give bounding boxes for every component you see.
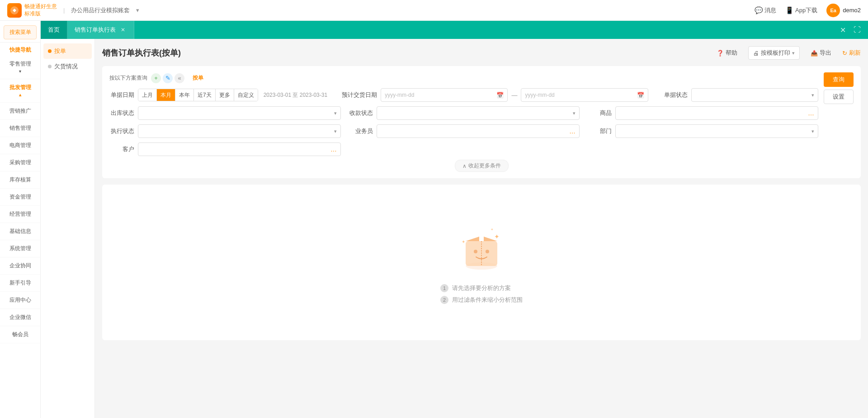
sidebar-item-inventory[interactable]: 库存核算 <box>0 171 40 189</box>
scheme-edit-button[interactable]: ✎ <box>163 73 173 83</box>
quick-date-custom[interactable]: 自定义 <box>234 89 258 101</box>
expected-date-start[interactable]: yyyy-mm-dd 📅 <box>381 88 508 102</box>
svg-point-5 <box>486 250 489 253</box>
print-icon: 🖨 <box>753 50 759 57</box>
sidebar-item-appcenter[interactable]: 应用中心 <box>0 292 40 309</box>
refresh-icon: ↻ <box>842 50 847 57</box>
app-download-action[interactable]: 📱 App下载 <box>785 6 817 14</box>
collapse-button[interactable]: ∧ 收起更多条件 <box>455 160 509 172</box>
scheme-label: 按以下方案查询 <box>109 74 147 82</box>
sidebar-item-wechat[interactable]: 企业微信 <box>0 309 40 326</box>
expected-date-end[interactable]: yyyy-mm-dd 📅 <box>521 88 648 102</box>
field-customer: 客户 … <box>109 142 341 156</box>
sidebar-item-system[interactable]: 系统管理 <box>0 240 40 257</box>
sidebar-item-enterprise[interactable]: 企业协同 <box>0 257 40 275</box>
sidebar-item-purchase[interactable]: 采购管理 <box>0 154 40 171</box>
message-label: 消息 <box>764 6 776 14</box>
scheme-collapse-button[interactable]: « <box>175 73 184 83</box>
filter-left: 按以下方案查询 + ✎ « 按单 <box>109 72 818 156</box>
refresh-button[interactable]: ↻ 刷新 <box>842 49 861 57</box>
exec-status-arrow: ▾ <box>334 128 337 134</box>
quick-date-buttons: 上月 本月 本年 近7天 更多 自定义 <box>138 89 258 101</box>
sidebar-item-member[interactable]: 畅会员 <box>0 326 40 343</box>
sidebar-item-marketing[interactable]: 营销推广 <box>0 103 40 120</box>
breadcrumb-separator: | <box>63 7 65 14</box>
status-dropdown[interactable]: ▾ <box>691 88 818 102</box>
sidebar-item-finance-label: 资金管理 <box>3 193 38 201</box>
filter-scheme-row: 按以下方案查询 + ✎ « 按单 <box>109 72 818 84</box>
goods-more-icon[interactable]: … <box>808 109 814 117</box>
quick-date-more[interactable]: 更多 <box>216 89 234 101</box>
print-button[interactable]: 🖨 按模板打印 ▾ <box>748 46 800 60</box>
field-department: 部门 ▾ <box>587 124 818 138</box>
tip-num-2: 2 <box>440 296 448 304</box>
sidebar-quick-nav[interactable]: 快捷导航 <box>0 43 40 56</box>
help-button[interactable]: ❓ 帮助 <box>713 47 741 59</box>
sidebar-item-inventory-label: 库存核算 <box>3 176 38 184</box>
sidebar-item-sales[interactable]: 销售管理 <box>0 120 40 137</box>
scheme-tab-按单[interactable]: 按单 <box>188 72 208 84</box>
tab-close-icon[interactable]: ✕ <box>119 26 127 33</box>
tab-close-window-icon[interactable]: ✕ <box>837 24 848 35</box>
scheme-icons: + ✎ « <box>151 73 184 83</box>
filter-card: 按以下方案查询 + ✎ « 按单 <box>102 66 861 178</box>
tab-maximize-icon[interactable]: ⛶ <box>852 24 863 35</box>
top-header: 畅捷通好生意 标准版 | 办公用品行业模拟账套 ▾ 💬 消息 📱 App下载 E… <box>0 0 868 21</box>
exec-status-dropdown[interactable]: ▾ <box>138 124 341 138</box>
customer-more-icon[interactable]: … <box>330 146 337 153</box>
sidebar-item-retail[interactable]: 零售管理 ▾ <box>0 56 40 79</box>
sidebar-item-newbie[interactable]: 新手引导 <box>0 275 40 292</box>
date-label: 单据日期 <box>109 91 134 99</box>
out-status-dropdown[interactable]: ▾ <box>138 106 341 120</box>
sidebar-item-wholesale[interactable]: 批发管理 ▴ <box>0 79 40 103</box>
user-area[interactable]: Ea demo2 <box>826 4 861 17</box>
sidebar-search-area: 搜索菜单 <box>0 21 40 43</box>
field-out-status: 出库状态 ▾ <box>109 106 341 120</box>
empty-state: ✦ ✦ ✦ 1 请先选择要分析的方案 2 用过滤条件来缩小分析范围 <box>102 185 861 340</box>
help-icon: ❓ <box>717 50 724 57</box>
quick-date-this-month[interactable]: 本月 <box>157 89 175 101</box>
quick-date-this-year[interactable]: 本年 <box>175 89 194 101</box>
print-label: 按模板打印 <box>761 49 790 57</box>
sidebar-item-appcenter-label: 应用中心 <box>3 296 38 304</box>
salesman-input[interactable]: … <box>377 124 580 138</box>
query-button[interactable]: 查询 <box>824 72 854 87</box>
left-panel-item-owe-goods[interactable]: 欠货情况 <box>43 59 92 74</box>
goods-input[interactable]: … <box>615 106 818 120</box>
search-menu-button[interactable]: 搜索菜单 <box>4 25 37 39</box>
export-button[interactable]: 📤 导出 <box>807 47 835 59</box>
customer-input[interactable]: … <box>138 142 341 156</box>
tab-sales-order[interactable]: 销售订单执行表 ✕ <box>67 21 134 39</box>
expected-date-start-placeholder: yyyy-mm-dd <box>385 92 414 98</box>
empty-tip-1-text: 请先选择要分析的方案 <box>452 284 511 292</box>
svg-text:✦: ✦ <box>491 228 494 232</box>
filter-row-2: 执行状态 ▾ 业务员 <box>109 124 818 138</box>
field-goods: 商品 … <box>587 106 818 120</box>
quick-date-last-month[interactable]: 上月 <box>138 89 157 101</box>
sidebar-item-finance[interactable]: 资金管理 <box>0 189 40 206</box>
tab-home[interactable]: 首页 <box>41 21 67 39</box>
sidebar-item-basic[interactable]: 基础信息 <box>0 223 40 240</box>
goods-label: 商品 <box>587 109 612 117</box>
sidebar-item-sales-label: 销售管理 <box>3 124 38 132</box>
app-download-icon: 📱 <box>785 6 793 14</box>
filter-date-row: 单据日期 上月 本月 本年 近7天 更多 自定义 <box>109 88 818 102</box>
breadcrumb-dropdown-icon[interactable]: ▾ <box>136 7 139 14</box>
collect-status-dropdown[interactable]: ▾ <box>377 106 580 120</box>
message-action[interactable]: 💬 消息 <box>755 6 776 14</box>
scheme-add-button[interactable]: + <box>151 73 161 83</box>
sidebar-item-operation-label: 经营管理 <box>3 210 38 218</box>
left-panel-item-order[interactable]: 按单 <box>43 43 92 59</box>
out-status-label: 出库状态 <box>109 109 134 117</box>
sidebar-item-operation[interactable]: 经营管理 <box>0 206 40 223</box>
sidebar-chevron-retail: ▾ <box>19 69 21 74</box>
salesman-more-icon[interactable]: … <box>569 128 576 135</box>
sidebar-item-ecommerce[interactable]: 电商管理 <box>0 137 40 154</box>
quick-date-7days[interactable]: 近7天 <box>194 89 216 101</box>
setting-button[interactable]: 设置 <box>824 90 854 104</box>
left-panel-owe-goods-label: 欠货情况 <box>54 62 78 71</box>
user-name: demo2 <box>843 7 861 14</box>
help-label: 帮助 <box>726 49 737 57</box>
exec-status-label: 执行状态 <box>109 127 134 135</box>
department-dropdown[interactable]: ▾ <box>615 124 818 138</box>
